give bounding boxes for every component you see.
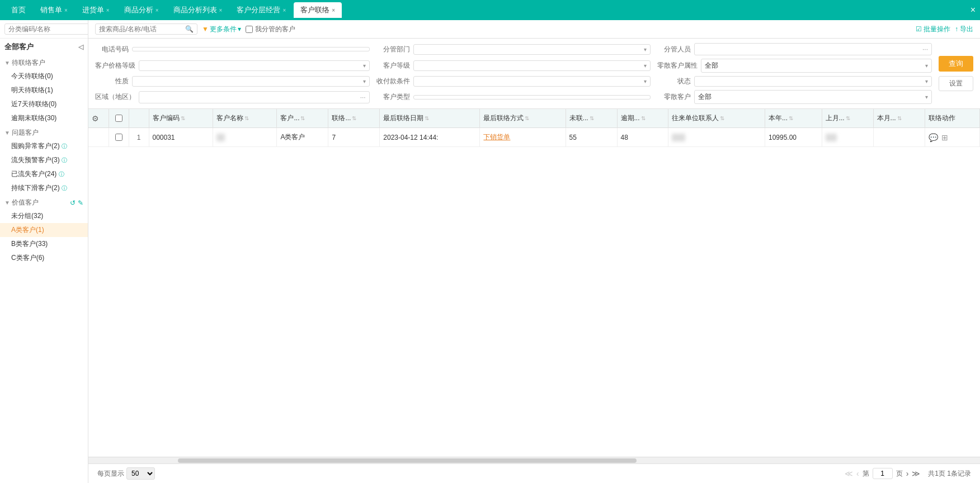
customer-type-input[interactable] — [413, 95, 651, 100]
row-checkbox[interactable] — [115, 134, 123, 141]
sidebar-item-class-b[interactable]: B类客户(33) — [0, 237, 88, 251]
person-input[interactable]: ··· — [694, 43, 932, 55]
export-button[interactable]: ↑ 导出 — [955, 25, 973, 34]
prev-page-button[interactable]: ‹ — [856, 469, 859, 478]
dept-select[interactable]: ▾ — [413, 44, 651, 55]
select-all-checkbox[interactable] — [115, 115, 123, 122]
home-tab-label: 首页 — [11, 5, 26, 15]
col-name-header: 客户名称⇅ — [213, 109, 276, 128]
row-last-method-value[interactable]: 下销货单 — [483, 133, 510, 141]
sidebar-group-value-customers[interactable]: ▼ 价值客户 ↺ ✎ — [0, 195, 88, 209]
sidebar-item-hoarding[interactable]: 囤购异常客户(2) ⓘ — [0, 139, 88, 153]
col-name-sort-icon[interactable]: ⇅ — [244, 115, 249, 121]
sidebar-item-churn-warning[interactable]: 流失预警客户(3) ⓘ — [0, 153, 88, 167]
nav-tab-sales[interactable]: 销售单 × — [34, 2, 74, 18]
nav-tab-customer-contact[interactable]: 客户联络 × — [294, 2, 342, 18]
gear-icon[interactable]: ⚙ — [92, 114, 99, 123]
nav-tab-customer-segment[interactable]: 客户分层经营 × — [230, 2, 293, 18]
page-number-input[interactable] — [873, 468, 893, 479]
filter-nature: 性质 ▾ — [95, 76, 370, 87]
nav-tab-purchase[interactable]: 进货单 × — [76, 2, 116, 18]
last-page-button[interactable]: ≫ — [912, 469, 920, 478]
row-chat-icon[interactable]: 💬 — [929, 133, 938, 142]
filter-actions: ☑ 批量操作 ↑ 导出 — [916, 25, 973, 34]
sidebar-item-7day-contact[interactable]: 近7天待联络(0) — [0, 97, 88, 111]
my-customers-filter[interactable]: 我分管的客户 — [246, 25, 295, 34]
col-this-year-sort-icon[interactable]: ⇅ — [789, 115, 793, 121]
retail-attr-select[interactable]: 全部 ▾ — [701, 59, 932, 73]
more-filters-button[interactable]: ▼ 更多条件 ▾ — [202, 25, 241, 34]
sidebar-collapse-icon[interactable]: ◁ — [78, 43, 83, 51]
col-code-sort-icon[interactable]: ⇅ — [181, 115, 185, 121]
customer-segment-tab-close[interactable]: × — [282, 7, 286, 13]
retail-select[interactable]: 全部 ▾ — [694, 90, 932, 104]
analysis-list-tab-close[interactable]: × — [219, 7, 223, 13]
row-code-cell: 000031 — [149, 128, 213, 147]
row-qr-icon[interactable]: ⊞ — [941, 133, 948, 142]
col-type-label: 客户... — [280, 113, 299, 123]
sidebar-item-churned[interactable]: 已流失客户(24) ⓘ — [0, 167, 88, 181]
table-header-row: ⚙ 客户编码⇅ 客户名称⇅ 客户...⇅ — [88, 109, 980, 128]
sidebar-item-class-a[interactable]: A类客户(1) — [0, 223, 88, 237]
col-last-method-sort-icon[interactable]: ⇅ — [525, 115, 529, 121]
col-unit-contact-sort-icon[interactable]: ⇅ — [720, 115, 724, 121]
col-type-sort-icon[interactable]: ⇅ — [300, 115, 305, 121]
col-this-month-sort-icon[interactable]: ⇅ — [897, 115, 902, 121]
col-contact-sort-icon[interactable]: ⇅ — [352, 115, 356, 121]
value-customers-refresh-icon[interactable]: ↺ — [70, 199, 76, 207]
sidebar-item-class-c[interactable]: C类客户(6) — [0, 251, 88, 265]
query-button[interactable]: 查询 — [939, 56, 973, 72]
per-page-select[interactable]: 50 10 20 100 — [126, 467, 155, 480]
row-overdue-cell: 48 — [617, 128, 668, 147]
purchase-tab-close[interactable]: × — [106, 7, 110, 13]
payment-select[interactable]: ▾ — [413, 76, 651, 87]
col-last-month-header: 上月...⇅ — [822, 109, 873, 128]
horizontal-scrollbar[interactable] — [88, 457, 980, 463]
col-last-date-sort-icon[interactable]: ⇅ — [425, 115, 429, 121]
customer-level-select[interactable]: ▾ — [413, 60, 651, 71]
sidebar-item-overdue-contact[interactable]: 逾期未联络(30) — [0, 111, 88, 125]
filter-row-4: 区域（地区） ··· 客户类型 — [95, 90, 932, 104]
first-page-button[interactable]: ≪ — [845, 469, 853, 478]
retail-attr-value: 全部 — [705, 61, 718, 70]
search-input[interactable] — [99, 25, 183, 33]
row-unit-contact-cell: RE . — [668, 128, 765, 147]
status-select[interactable]: ▾ — [694, 76, 932, 87]
settings-button[interactable]: 设置 — [939, 76, 973, 91]
search-icon[interactable]: 🔍 — [185, 25, 194, 33]
value-customers-edit-icon[interactable]: ✎ — [78, 199, 83, 207]
sales-tab-close[interactable]: × — [64, 7, 68, 13]
sidebar-item-declining[interactable]: 持续下滑客户(2) ⓘ — [0, 181, 88, 195]
price-level-label: 客户价格等级 — [95, 61, 135, 70]
row-not-contact-value: 55 — [569, 134, 577, 141]
next-page-button[interactable]: › — [906, 469, 909, 478]
my-customers-checkbox[interactable] — [246, 26, 253, 33]
scroll-thumb[interactable] — [178, 458, 637, 463]
row-unit-contact-value: RE . — [672, 134, 685, 141]
nature-select[interactable]: ▾ — [132, 76, 370, 87]
phone-input[interactable] — [132, 47, 370, 51]
nav-tab-analysis-list[interactable]: 商品分析列表 × — [167, 2, 229, 18]
sidebar-search-input[interactable] — [4, 23, 88, 35]
close-all-tabs-button[interactable]: × — [970, 5, 976, 15]
sidebar-item-tomorrow-contact[interactable]: 明天待联络(1) — [0, 83, 88, 97]
analysis-tab-close[interactable]: × — [156, 7, 159, 13]
top-navigation: 首页 销售单 × 进货单 × 商品分析 × 商品分析列表 × 客户分层经营 × … — [0, 0, 980, 20]
col-not-contact-sort-icon[interactable]: ⇅ — [590, 115, 594, 121]
nav-tab-analysis[interactable]: 商品分析 × — [117, 2, 166, 18]
batch-ops-button[interactable]: ☑ 批量操作 — [916, 25, 950, 34]
sidebar-group-pending-contact[interactable]: ▼ 待联络客户 — [0, 55, 88, 69]
col-last-month-sort-icon[interactable]: ⇅ — [846, 115, 850, 121]
row-last-date-cell: 2023-04-12 14:44: — [380, 128, 480, 147]
all-customers-header[interactable]: 全部客户 ◁ — [0, 39, 88, 55]
sidebar-group-problem-customers[interactable]: ▼ 问题客户 — [0, 125, 88, 139]
sidebar-item-ungrouped[interactable]: 未分组(32) — [0, 209, 88, 223]
pending-contact-label: 待联络客户 — [12, 58, 45, 68]
pending-contact-arrow: ▼ — [4, 60, 10, 66]
nav-tab-home[interactable]: 首页 — [4, 2, 32, 18]
sidebar-item-today-contact[interactable]: 今天待联络(0) — [0, 69, 88, 83]
price-level-select[interactable]: ▾ — [139, 60, 370, 71]
region-input[interactable]: ··· — [139, 91, 370, 103]
col-overdue-sort-icon[interactable]: ⇅ — [641, 115, 646, 121]
customer-contact-tab-close[interactable]: × — [332, 7, 335, 13]
